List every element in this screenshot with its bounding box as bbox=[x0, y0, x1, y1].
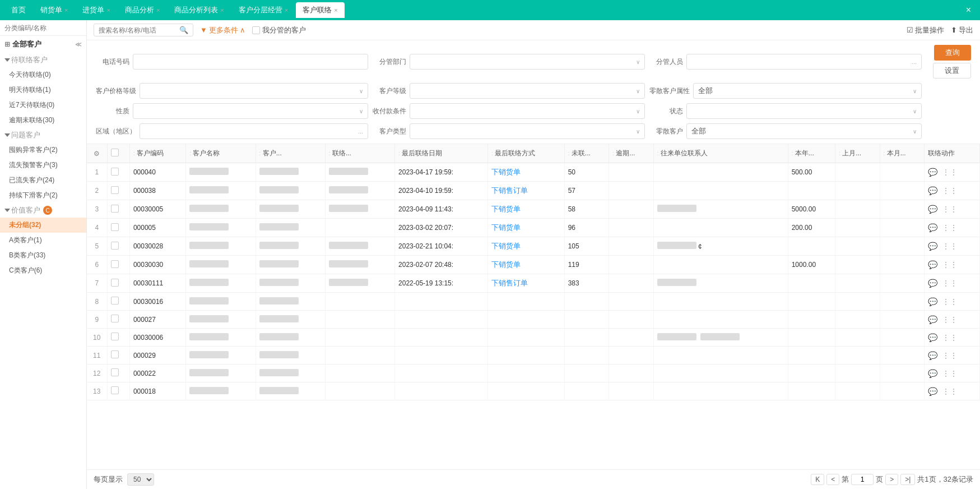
contact-icon-10[interactable]: 💬 bbox=[928, 333, 937, 342]
checkbox-7[interactable] bbox=[111, 279, 119, 287]
customer-type-select[interactable]: ∨ bbox=[410, 123, 645, 139]
per-page-select[interactable]: 50 bbox=[127, 473, 154, 486]
sidebar-item-today-pending[interactable]: 今天待联络(0) bbox=[0, 67, 86, 82]
contact-icon-1[interactable]: 💬 bbox=[928, 168, 937, 177]
last-method-link-6[interactable]: 下销货单 bbox=[491, 260, 521, 269]
checkbox-4[interactable] bbox=[111, 223, 119, 231]
contact-icon-7[interactable]: 💬 bbox=[928, 279, 937, 288]
more-icon-1[interactable]: ⋮⋮ bbox=[942, 168, 958, 177]
more-icon-7[interactable]: ⋮⋮ bbox=[942, 279, 958, 288]
more-icon-12[interactable]: ⋮⋮ bbox=[942, 369, 958, 378]
contact-icon-9[interactable]: 💬 bbox=[928, 315, 937, 324]
contact-icon-12[interactable]: 💬 bbox=[928, 369, 937, 378]
dept-select[interactable]: ∨ bbox=[410, 54, 645, 70]
sidebar-item-ungrouped[interactable]: 未分组(32) bbox=[0, 218, 86, 233]
nav-tab-goods-analysis[interactable]: 商品分析 × bbox=[118, 2, 166, 18]
more-icon-10[interactable]: ⋮⋮ bbox=[942, 333, 958, 342]
checkbox-10[interactable] bbox=[111, 333, 119, 340]
last-method-link-2[interactable]: 下销售订单 bbox=[491, 186, 528, 195]
problem-section-header[interactable]: 问题客户 bbox=[0, 128, 86, 142]
batch-op-btn[interactable]: ☑ 批量操作 bbox=[907, 25, 944, 35]
checkbox-8[interactable] bbox=[111, 297, 119, 305]
checkbox-6[interactable] bbox=[111, 260, 119, 268]
contact-icon-8[interactable]: 💬 bbox=[928, 297, 937, 306]
more-icon-5[interactable]: ⋮⋮ bbox=[942, 242, 958, 251]
checkbox-12[interactable] bbox=[111, 368, 119, 376]
export-btn[interactable]: ⬆ 导出 bbox=[951, 25, 973, 35]
sidebar-item-tomorrow-pending[interactable]: 明天待联络(1) bbox=[0, 82, 86, 98]
payment-select[interactable]: ∨ bbox=[410, 103, 645, 119]
checkbox-1[interactable] bbox=[111, 168, 119, 176]
last-method-link-5[interactable]: 下销货单 bbox=[491, 242, 521, 250]
search-icon[interactable]: 🔍 bbox=[179, 26, 188, 34]
value-section-header[interactable]: 价值客户 C bbox=[0, 203, 86, 218]
close-purchase-tab[interactable]: × bbox=[106, 7, 110, 13]
checkbox-11[interactable] bbox=[111, 350, 119, 358]
my-customers-check[interactable] bbox=[252, 26, 260, 34]
sidebar-search-input[interactable] bbox=[4, 24, 87, 32]
phone-input[interactable] bbox=[133, 54, 368, 70]
nav-tab-customer-contact[interactable]: 客户联络 × bbox=[296, 2, 344, 18]
my-customers-checkbox[interactable]: 我分管的客户 bbox=[252, 25, 306, 35]
checkbox-5[interactable] bbox=[111, 242, 119, 250]
retail-attr-select[interactable]: 全部 ∨ bbox=[693, 83, 922, 99]
sidebar-item-b-class[interactable]: B类客户(33) bbox=[0, 248, 86, 263]
sidebar-item-churned[interactable]: 已流失客户(24) bbox=[0, 173, 86, 188]
close-customer-contact-tab[interactable]: × bbox=[334, 7, 337, 13]
sidebar-item-7day-pending[interactable]: 近7天待联络(0) bbox=[0, 98, 86, 113]
sidebar-item-declining[interactable]: 持续下滑客户(2) bbox=[0, 188, 86, 203]
more-icon-13[interactable]: ⋮⋮ bbox=[942, 387, 958, 396]
last-method-link-4[interactable]: 下销货单 bbox=[491, 223, 521, 232]
contact-icon-5[interactable]: 💬 bbox=[928, 242, 937, 251]
nav-tab-home[interactable]: 首页 bbox=[4, 2, 32, 18]
contact-icon-2[interactable]: 💬 bbox=[928, 186, 937, 195]
first-page-btn[interactable]: K bbox=[811, 474, 824, 485]
checkbox-3[interactable] bbox=[111, 205, 119, 213]
manager-select[interactable]: ... bbox=[686, 54, 922, 70]
close-goods-analysis-tab[interactable]: × bbox=[156, 7, 160, 13]
last-method-link-7[interactable]: 下销售订单 bbox=[491, 279, 528, 287]
contact-icon-3[interactable]: 💬 bbox=[928, 205, 937, 214]
reset-button[interactable]: 设置 bbox=[933, 63, 971, 79]
close-customer-tier-tab[interactable]: × bbox=[285, 7, 288, 13]
sidebar-item-abnormal[interactable]: 囤购异常客户(2) bbox=[0, 142, 86, 158]
more-icon-3[interactable]: ⋮⋮ bbox=[942, 205, 958, 214]
last-method-link-1[interactable]: 下销货单 bbox=[491, 168, 521, 176]
last-method-link-3[interactable]: 下销货单 bbox=[491, 205, 521, 213]
nav-tab-customer-tier[interactable]: 客户分层经营 × bbox=[232, 2, 295, 18]
pending-section-header[interactable]: 待联络客户 bbox=[0, 53, 86, 67]
checkbox-13[interactable] bbox=[111, 386, 119, 394]
sidebar-item-churn-warning[interactable]: 流失预警客户(3) bbox=[0, 158, 86, 173]
contact-icon-11[interactable]: 💬 bbox=[928, 351, 937, 360]
nature-select[interactable]: ∨ bbox=[133, 103, 368, 119]
sidebar-collapse-icon[interactable]: ≪ bbox=[75, 41, 82, 48]
sidebar-item-a-class[interactable]: A类客户(1) bbox=[0, 233, 86, 248]
status-select[interactable]: ∨ bbox=[686, 103, 922, 119]
region-select[interactable]: ... bbox=[140, 123, 368, 139]
more-icon-9[interactable]: ⋮⋮ bbox=[942, 315, 958, 324]
page-number-input[interactable] bbox=[851, 474, 874, 485]
customer-level-select[interactable]: ∨ bbox=[410, 83, 645, 99]
close-sales-tab[interactable]: × bbox=[64, 7, 68, 13]
close-all-icon[interactable]: × bbox=[962, 5, 976, 15]
sidebar-all-customers[interactable]: ⊞ 全部客户 ≪ bbox=[0, 36, 86, 53]
checkbox-9[interactable] bbox=[111, 315, 119, 322]
nav-tab-purchase[interactable]: 进货单 × bbox=[76, 2, 117, 18]
search-input[interactable] bbox=[99, 26, 177, 34]
retail-select[interactable]: 全部 ∨ bbox=[686, 123, 922, 139]
more-icon-4[interactable]: ⋮⋮ bbox=[942, 223, 958, 232]
contact-icon-4[interactable]: 💬 bbox=[928, 223, 937, 232]
prev-page-btn[interactable]: < bbox=[826, 474, 839, 485]
sidebar-item-c-class[interactable]: C类客户(6) bbox=[0, 263, 86, 278]
more-icon-2[interactable]: ⋮⋮ bbox=[942, 186, 958, 195]
last-page-btn[interactable]: >| bbox=[900, 474, 915, 485]
sidebar-item-overdue-pending[interactable]: 逾期未联络(30) bbox=[0, 113, 86, 128]
query-button[interactable]: 查询 bbox=[934, 45, 971, 61]
col-settings-icon[interactable]: ⚙ bbox=[87, 144, 107, 163]
more-icon-8[interactable]: ⋮⋮ bbox=[942, 297, 958, 306]
nav-tab-goods-analysis-list[interactable]: 商品分析列表 × bbox=[168, 2, 230, 18]
contact-icon-6[interactable]: 💬 bbox=[928, 260, 937, 269]
price-level-select[interactable]: ∨ bbox=[140, 83, 368, 99]
header-checkbox[interactable] bbox=[111, 149, 119, 156]
close-goods-list-tab[interactable]: × bbox=[220, 7, 224, 13]
